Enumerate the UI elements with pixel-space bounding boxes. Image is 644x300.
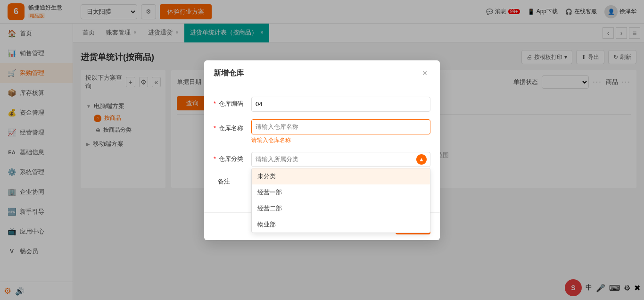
warehouse-category-label: * 仓库分类 — [214, 152, 251, 163]
warehouse-name-error: 请输入仓库名称 — [251, 136, 291, 144]
modal-header: 新增仓库 × — [204, 60, 440, 87]
note-label: * 备注 — [214, 175, 251, 186]
required-star-name: * — [214, 125, 216, 132]
warehouse-name-input[interactable] — [251, 119, 430, 134]
form-row-name: * 仓库名称 请输入仓库名称 — [214, 119, 430, 144]
dropdown-item-dept1[interactable]: 经营一部 — [252, 184, 430, 200]
form-row-category: * 仓库分类 ▲ 未分类 经营一部 经营二部 物业部 — [214, 152, 430, 167]
category-dropdown-menu: 未分类 经营一部 经营二部 物业部 — [251, 168, 430, 233]
modal-overlay: 新增仓库 × * 仓库编码 * 仓库名称 — [0, 0, 644, 300]
warehouse-code-input[interactable] — [251, 97, 430, 112]
dropdown-item-property[interactable]: 物业部 — [252, 217, 430, 233]
category-dropdown-wrapper: ▲ 未分类 经营一部 经营二部 物业部 — [251, 152, 430, 167]
category-dropdown-arrow[interactable]: ▲ — [416, 154, 427, 165]
category-input[interactable] — [251, 152, 430, 167]
modal-body: * 仓库编码 * 仓库名称 请输入仓库名称 — [204, 87, 440, 212]
required-star-category: * — [214, 155, 216, 162]
modal-close-button[interactable]: × — [419, 68, 430, 79]
modal-add-warehouse: 新增仓库 × * 仓库编码 * 仓库名称 — [204, 60, 440, 240]
dropdown-item-uncategorized[interactable]: 未分类 — [252, 168, 430, 184]
required-star-code: * — [214, 100, 216, 107]
warehouse-code-label: * 仓库编码 — [214, 97, 251, 108]
warehouse-name-label: * 仓库名称 — [214, 121, 251, 133]
dropdown-item-dept2[interactable]: 经营二部 — [252, 200, 430, 217]
form-row-code: * 仓库编码 — [214, 97, 430, 112]
modal-title: 新增仓库 — [214, 68, 244, 78]
